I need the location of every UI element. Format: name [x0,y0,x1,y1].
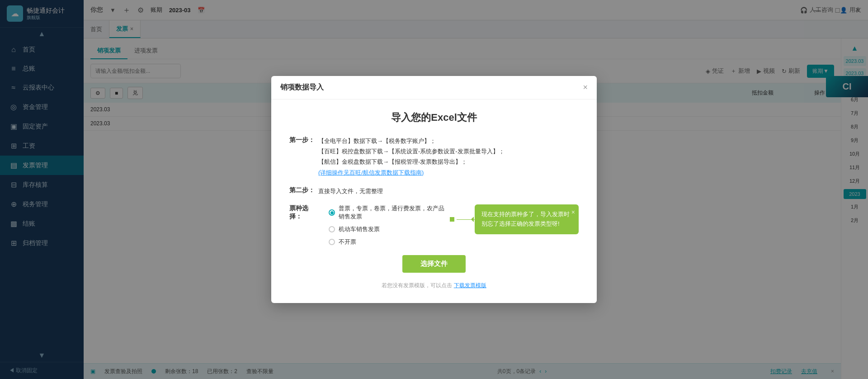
download-template-link[interactable]: 下载发票模版 [454,282,486,289]
ticket-select-section: 票种选择： 普票，专票，卷票，通行费发票，农产品销售发票 机动车销售发票 不开票 [289,204,579,246]
tooltip-text: 现在支持的票种多了，导入发票时别忘了选择正确的发票类型呀! [481,211,570,227]
radio-none[interactable]: 不开票 [329,238,446,246]
tooltip-dot [450,217,454,222]
step2-label: 第二步： [289,186,315,194]
modal-overlay: 销项数据导入 × 导入您的Excel文件 第一步： 【全电平台】数据下载→【税务… [0,0,868,379]
dialog-body: 导入您的Excel文件 第一步： 【全电平台】数据下载→【税务数字账户】； 【百… [271,99,597,303]
radio-car-circle [329,226,335,232]
tooltip-close-btn[interactable]: × [571,207,575,217]
step1-section: 第一步： 【全电平台】数据下载→【税务数字账户】； 【百旺】税控盘数据下载→【系… [289,136,579,178]
step2-section: 第二步： 直接导入文件，无需整理 [289,186,579,196]
radio-group: 普票，专票，卷票，通行费发票，农产品销售发票 机动车销售发票 不开票 [329,204,446,246]
radio-normal-label: 普票，专票，卷票，通行费发票，农产品销售发票 [339,204,446,221]
step2-content: 直接导入文件，无需整理 [318,186,383,196]
import-dialog: 销项数据导入 × 导入您的Excel文件 第一步： 【全电平台】数据下载→【税务… [271,76,597,303]
dialog-header: 销项数据导入 × [271,76,597,99]
step1-label: 第一步： [289,136,315,144]
step1-link[interactable]: (详细操作见百旺/航信发票数据下载指南) [318,169,424,176]
radio-car[interactable]: 机动车销售发票 [329,225,446,233]
tooltip-bubble: × 现在支持的票种多了，导入发票时别忘了选择正确的发票类型呀! [475,204,579,234]
step1-line-1: 【全电平台】数据下载→【税务数字账户】； [318,136,505,146]
dialog-footer: 若您没有发票模版，可以点击 下载发票模版 [289,282,579,289]
radio-car-label: 机动车销售发票 [339,225,380,233]
step1-line-2: 【百旺】税控盘数据下载→【系统设置-系统参数设置-发票批量导入】； [318,146,505,156]
radio-normal[interactable]: 普票，专票，卷票，通行费发票，农产品销售发票 [329,204,446,221]
dialog-main-title: 导入您的Excel文件 [289,111,579,124]
step1-content: 【全电平台】数据下载→【税务数字账户】； 【百旺】税控盘数据下载→【系统设置-系… [318,136,505,178]
ticket-label: 票种选择： [289,204,316,221]
step1-line-3: 【航信】金税盘数据下载→【报税管理-发票数据导出】； [318,156,505,167]
radio-none-label: 不开票 [339,238,356,246]
footer-text: 若您没有发票模版，可以点击 [382,282,452,289]
radio-none-circle [329,239,335,245]
dialog-close-btn[interactable]: × [583,83,588,91]
dialog-title: 销项数据导入 [280,83,324,92]
tooltip-area: × 现在支持的票种多了，导入发票时别忘了选择正确的发票类型呀! [450,204,579,234]
select-file-btn[interactable]: 选择文件 [402,255,466,273]
radio-normal-circle [329,209,335,216]
